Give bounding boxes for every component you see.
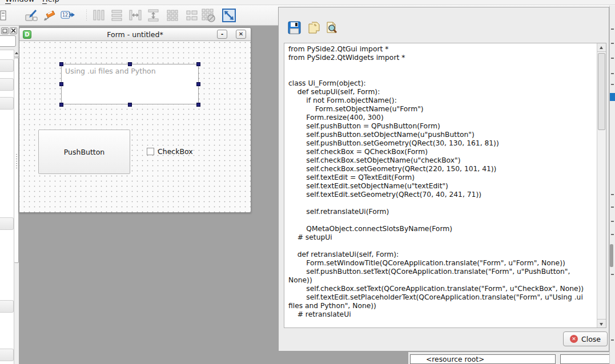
toolbar-separator bbox=[86, 10, 87, 21]
minimize-button[interactable]: - bbox=[217, 30, 227, 39]
property-editor-sliver bbox=[609, 6, 615, 364]
scrollbar-thumb[interactable] bbox=[14, 58, 19, 263]
resource-root-item[interactable]: <resource root> bbox=[410, 354, 556, 364]
checkbox-indicator[interactable] bbox=[147, 148, 154, 155]
layout-horizontal-splitter-icon[interactable] bbox=[128, 8, 143, 23]
edit-tab-order-icon[interactable]: 123 bbox=[61, 8, 75, 23]
widget-box-list[interactable] bbox=[0, 50, 14, 364]
close-button[interactable]: ✕ bbox=[236, 30, 246, 39]
selection-handle-mid-right[interactable] bbox=[196, 82, 200, 86]
widget-box-row[interactable] bbox=[0, 78, 14, 91]
selection-handle-bottom-mid[interactable] bbox=[128, 103, 132, 107]
break-layout-icon[interactable] bbox=[201, 8, 216, 23]
scroll-down-icon[interactable] bbox=[597, 319, 606, 327]
form-file-icon: D bbox=[23, 30, 31, 39]
widget-box-row[interactable] bbox=[0, 217, 14, 230]
resource-preview-box[interactable] bbox=[560, 354, 613, 364]
widget-box-row[interactable] bbox=[0, 349, 14, 361]
widget-box-row[interactable] bbox=[0, 97, 14, 110]
form-window-title: Form - untitled* bbox=[19, 30, 251, 39]
scrollbar-thumb[interactable] bbox=[598, 53, 605, 130]
dock-float-icon[interactable] bbox=[1, 27, 9, 34]
selected-property-row[interactable] bbox=[610, 93, 615, 101]
layout-vertically-icon[interactable] bbox=[110, 8, 124, 23]
generated-code[interactable]: from PySide2.QtGui import * from PySide2… bbox=[284, 45, 596, 326]
layout-form-icon[interactable] bbox=[184, 8, 199, 23]
designed-checkbox[interactable]: CheckBox bbox=[147, 147, 193, 156]
designed-textedit[interactable]: Using .ui files and Python bbox=[61, 64, 199, 104]
widget-box-dock bbox=[0, 26, 19, 364]
save-icon[interactable] bbox=[288, 21, 302, 35]
form-window-titlebar[interactable]: D Form - untitled* - ✕ bbox=[19, 28, 251, 41]
designed-pushbutton[interactable]: PushButton bbox=[38, 130, 130, 174]
selection-handle-top-right[interactable] bbox=[196, 62, 200, 66]
dock-close-icon[interactable] bbox=[10, 27, 17, 34]
resource-browser-dock: <resource root> bbox=[408, 352, 615, 364]
find-icon[interactable] bbox=[325, 21, 339, 35]
scroll-up-icon[interactable] bbox=[597, 43, 606, 52]
code-view[interactable]: from PySide2.QtGui import * from PySide2… bbox=[284, 43, 606, 328]
menu-window-mnemonic bbox=[5, 3, 11, 4]
close-button-label: Close bbox=[581, 335, 601, 343]
selection-handle-top-mid[interactable] bbox=[128, 62, 132, 66]
layout-vertical-splitter-icon[interactable] bbox=[146, 8, 161, 23]
scroll-up-icon[interactable] bbox=[14, 50, 19, 57]
widget-box-row[interactable] bbox=[0, 59, 14, 72]
code-scrollbar[interactable] bbox=[597, 43, 606, 327]
layout-horizontally-icon[interactable] bbox=[91, 8, 106, 23]
property-scrollbar-thumb[interactable] bbox=[610, 244, 613, 267]
widget-box-row[interactable] bbox=[0, 300, 14, 313]
selection-handle-top-left[interactable] bbox=[59, 62, 63, 66]
close-red-icon: ✕ bbox=[570, 335, 578, 343]
widget-box-scrollbar[interactable] bbox=[14, 50, 19, 364]
menu-help-mnemonic bbox=[42, 3, 47, 4]
copy-icon[interactable] bbox=[307, 21, 321, 35]
adjust-size-icon[interactable] bbox=[222, 8, 236, 23]
checkbox-label: CheckBox bbox=[158, 147, 193, 156]
selection-handle-bottom-right[interactable] bbox=[196, 103, 200, 107]
code-preview-dialog[interactable]: from PySide2.QtGui import * from PySide2… bbox=[278, 7, 609, 351]
layout-grid-icon[interactable] bbox=[165, 8, 180, 23]
form-editor-window[interactable]: D Form - untitled* - ✕ Using .ui files a… bbox=[19, 27, 251, 213]
selection-handle-mid-left[interactable] bbox=[59, 82, 63, 86]
scrollbar-grip bbox=[16, 154, 17, 169]
close-dialog-button[interactable]: ✕ Close bbox=[563, 331, 608, 346]
menubar: Window Help bbox=[0, 0, 615, 5]
edit-buddies-icon[interactable] bbox=[42, 8, 57, 23]
form-canvas[interactable]: Using .ui files and Python PushButton Ch… bbox=[19, 41, 251, 212]
edit-signals-slots-icon[interactable] bbox=[24, 8, 39, 23]
edit-widgets-icon[interactable] bbox=[0, 8, 7, 23]
selection-handle-bottom-left[interactable] bbox=[59, 103, 63, 107]
svg-text:123: 123 bbox=[62, 13, 71, 18]
widget-filter-input[interactable] bbox=[0, 35, 16, 47]
